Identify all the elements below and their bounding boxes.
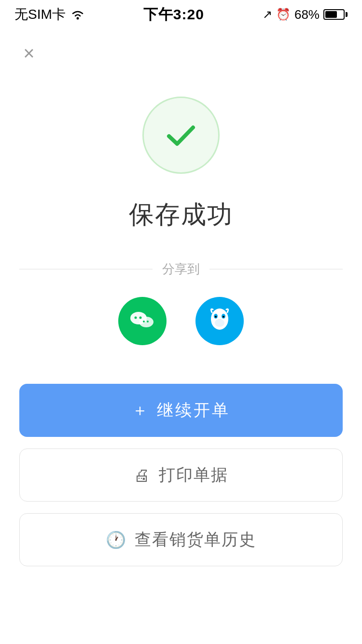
time-display: 下午3:20 [143,5,204,25]
main-content: 保存成功 分享到 [0,77,362,586]
carrier-info: 无SIM卡 [14,5,85,24]
status-indicators: ↗ ⏰ 68% [263,7,348,22]
alarm-icon: ⏰ [276,8,291,21]
close-icon: × [23,43,34,63]
continue-label: 继续开单 [157,399,230,421]
plus-icon: ＋ [132,399,149,421]
checkmark-icon [162,116,200,154]
close-button[interactable]: × [14,39,43,68]
divider-right [209,269,343,269]
svg-point-13 [215,319,224,327]
success-title: 保存成功 [129,198,233,232]
battery-icon [323,9,348,20]
svg-point-6 [147,321,149,322]
divider-left [19,269,153,269]
share-label: 分享到 [153,261,209,278]
action-buttons: ＋ 继续开单 🖨 打印单据 🕐 查看销货单历史 [19,384,343,566]
svg-point-5 [143,321,145,322]
wechat-share-button[interactable] [118,297,167,345]
battery-percent: 68% [294,7,320,22]
svg-point-10 [215,316,217,318]
share-divider: 分享到 [19,261,343,278]
history-label: 查看销货单历史 [135,529,256,551]
carrier-text: 无SIM卡 [14,5,66,24]
wifi-icon [70,9,85,20]
continue-button[interactable]: ＋ 继续开单 [19,384,343,437]
history-button[interactable]: 🕐 查看销货单历史 [19,513,343,566]
print-button[interactable]: 🖨 打印单据 [19,448,343,502]
svg-point-3 [135,317,137,319]
share-icons-container [19,297,343,345]
wechat-icon [128,308,157,334]
printer-icon: 🖨 [134,466,151,485]
print-label: 打印单据 [159,464,228,486]
share-section: 分享到 [19,261,343,345]
svg-point-11 [223,316,224,318]
success-circle [142,97,220,174]
svg-point-4 [139,317,142,319]
qq-icon [205,306,234,337]
location-icon: ↗ [263,8,272,21]
status-bar: 无SIM卡 下午3:20 ↗ ⏰ 68% [0,0,362,29]
qq-share-button[interactable] [195,297,244,345]
history-icon: 🕐 [106,530,127,549]
svg-point-0 [76,17,79,20]
